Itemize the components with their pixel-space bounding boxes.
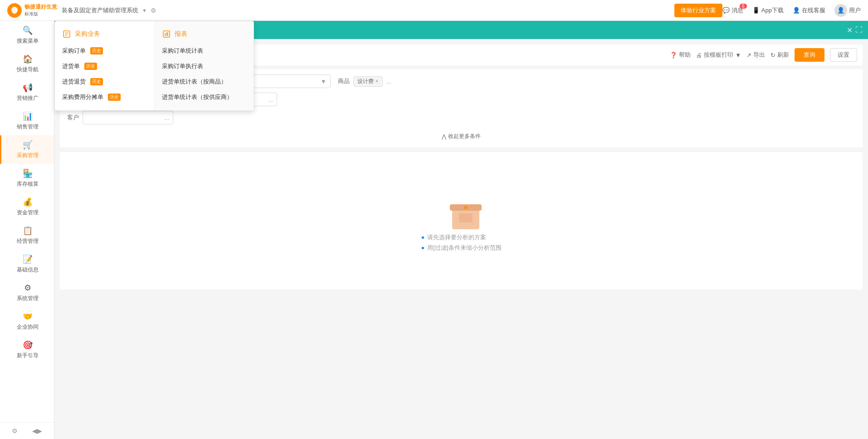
- user-btn[interactable]: 👤 用户: [834, 4, 861, 17]
- guide-icon: 🎯: [23, 340, 33, 350]
- phone-icon: 📱: [752, 7, 760, 14]
- inventory-icon: 🏪: [23, 168, 33, 178]
- sidebar-item-basicinfo[interactable]: 📝 基础信息: [0, 250, 54, 278]
- sidebar-item-purchase[interactable]: 🛒 采购管理: [0, 135, 54, 164]
- dropdown-purchase-col: 采购业务 采购订单 历史 进货单 历史 进货退货 历史 采购费用分摊单 历史: [55, 21, 154, 110]
- sidebar-item-operations[interactable]: 📋 经营管理: [0, 221, 54, 250]
- refresh-icon: ↻: [770, 52, 775, 59]
- sidebar-item-system[interactable]: ⚙ 系统管理: [0, 278, 54, 307]
- enterprise-icon: 🤝: [23, 311, 33, 321]
- customer-label: 客户: [67, 113, 79, 122]
- print-icon: 🖨: [696, 52, 702, 59]
- query-btn[interactable]: 查询: [795, 48, 824, 62]
- collapse-icon: ⋀: [442, 133, 446, 140]
- sidebar-item-finance[interactable]: 💰 资金管理: [0, 192, 54, 221]
- sidebar-item-search[interactable]: 🔍 搜索菜单: [0, 21, 54, 49]
- history-badge-1: 历史: [90, 47, 103, 54]
- dropdown-purchase-order[interactable]: 采购订单 历史: [55, 43, 154, 59]
- headset-icon: 👤: [793, 7, 800, 14]
- goods-tag-close[interactable]: ×: [375, 78, 379, 84]
- purchase-header-icon: [62, 30, 71, 39]
- dropdown-report-order-exec[interactable]: 采购订单执行表: [155, 59, 254, 74]
- customer-dropdown-icon: ...: [164, 114, 169, 121]
- bell-icon: 💬: [722, 7, 730, 14]
- export-icon: ↗: [746, 52, 751, 59]
- avatar: 👤: [834, 4, 847, 17]
- goods-filter-group: 商品 设计费 × ...: [338, 76, 391, 87]
- goods-tag: 设计费 ×: [353, 76, 383, 87]
- tab-actions: ✕ ⛶: [841, 21, 868, 39]
- collapse-btn[interactable]: ⋀ 收起更多条件: [67, 129, 855, 142]
- help-icon: ❓: [670, 52, 677, 59]
- operations-icon: 📋: [23, 226, 33, 236]
- marketing-icon: 📢: [23, 83, 33, 93]
- goods-more-btn[interactable]: ...: [386, 78, 391, 85]
- dropdown-report-order-stats[interactable]: 采购订单统计表: [155, 43, 254, 59]
- header-right: 💬 消息 6 📱 App下载 👤 在线客服 👤 用户: [722, 4, 861, 17]
- sidebar-settings-btn[interactable]: ⚙: [12, 427, 18, 434]
- print-btn[interactable]: 🖨 按模板打印 ▼: [696, 51, 741, 59]
- logo-icon: [7, 3, 22, 18]
- help-btn[interactable]: ❓ 帮助: [670, 51, 691, 59]
- system-settings-icon[interactable]: ⚙: [151, 7, 156, 14]
- dropdown-report-incoming-goods[interactable]: 进货单统计表（按商品）: [155, 74, 254, 89]
- online-service-btn[interactable]: 👤 在线客服: [793, 6, 825, 15]
- sidebar-footer: ⚙ ◀▶: [0, 422, 54, 439]
- print-dropdown-icon: ▼: [735, 52, 741, 59]
- customer-filter-group: 客户 ...: [67, 111, 173, 124]
- sidebar-item-inventory[interactable]: 🏪 库存核算: [0, 164, 54, 192]
- app-download-btn[interactable]: 📱 App下载: [752, 6, 784, 15]
- top-header: 畅捷通好生意 标准版 装备及固定资产辅助管理系统 ▼ ⚙ 体验行业方案 💬 消息…: [0, 0, 868, 21]
- export-btn[interactable]: ↗ 导出: [746, 51, 765, 59]
- settings-config-btn[interactable]: 设置: [830, 48, 857, 62]
- basicinfo-icon: 📝: [23, 254, 33, 264]
- finance-icon: 💰: [23, 197, 33, 207]
- sales-icon: 📊: [23, 111, 33, 121]
- empty-state: ●请先选择要分析的方案 ●用[过滤]条件来缩小分析范围: [60, 152, 863, 290]
- purchase-dropdown-menu: 采购业务 采购订单 历史 进货单 历史 进货退货 历史 采购费用分摊单 历史 报…: [54, 21, 254, 111]
- dropdown-purchase-incoming[interactable]: 进货单 历史: [55, 59, 154, 74]
- history-badge-2: 历史: [84, 63, 97, 70]
- system-icon: ⚙: [24, 283, 31, 293]
- dropdown-report-header: 报表: [155, 27, 254, 43]
- notifications-badge: 6: [740, 4, 747, 9]
- system-title-text: 装备及固定资产辅助管理系统: [62, 6, 138, 15]
- sidebar: 🔍 搜索菜单 🏠 快捷导航 📢 营销推广 📊 销售管理 🛒 采购管理 🏪 库存核…: [0, 21, 54, 439]
- industry-btn[interactable]: 体验行业方案: [674, 4, 722, 17]
- dropdown-purchase-header: 采购业务: [55, 27, 154, 43]
- dropdown-purchase-expense[interactable]: 采购费用分摊单 历史: [55, 89, 154, 105]
- tab-action-maximize[interactable]: ⛶: [855, 26, 863, 34]
- logo-text: 畅捷通好生意 标准版: [24, 4, 57, 17]
- sidebar-item-sales[interactable]: 📊 销售管理: [0, 107, 54, 135]
- history-badge-3: 历史: [90, 78, 103, 85]
- filter-row-3: 客户 ...: [67, 111, 855, 124]
- sidebar-collapse-btn[interactable]: ◀▶: [32, 427, 42, 434]
- empty-text: ●请先选择要分析的方案 ●用[过滤]条件来缩小分析范围: [421, 232, 501, 253]
- system-dropdown-arrow[interactable]: ▼: [142, 8, 147, 13]
- svg-point-2: [464, 206, 468, 209]
- notifications-btn[interactable]: 💬 消息 6: [722, 6, 743, 15]
- dropdown-purchase-return[interactable]: 进货退货 历史: [55, 74, 154, 89]
- empty-illustration: [443, 188, 479, 225]
- svg-rect-3: [459, 213, 473, 222]
- report-header-icon: [162, 30, 171, 39]
- salesman-dropdown-icon: ...: [268, 96, 273, 103]
- sidebar-item-quicknav[interactable]: 🏠 快捷导航: [0, 49, 54, 78]
- sidebar-item-marketing[interactable]: 📢 营销推广: [0, 78, 54, 107]
- sidebar-item-guide[interactable]: 🎯 新手引导: [0, 335, 54, 364]
- tab-action-close[interactable]: ✕: [847, 26, 853, 35]
- goods-label: 商品: [338, 77, 350, 85]
- refresh-btn[interactable]: ↻ 刷新: [770, 51, 789, 59]
- system-title-area: 装备及固定资产辅助管理系统 ▼ ⚙: [62, 6, 674, 15]
- purchase-icon: 🛒: [23, 140, 33, 150]
- dropdown-report-col: 报表 采购订单统计表 采购订单执行表 进货单统计表（按商品） 进货单统计表（按供…: [154, 21, 254, 110]
- history-badge-4: 历史: [108, 94, 121, 101]
- status-select[interactable]: ▼: [249, 74, 331, 88]
- search-icon: 🔍: [23, 25, 33, 35]
- customer-select[interactable]: ...: [83, 111, 173, 124]
- logo-area: 畅捷通好生意 标准版: [7, 3, 62, 18]
- status-dropdown-icon: ▼: [321, 78, 327, 85]
- dropdown-report-incoming-supplier[interactable]: 进货单统计表（按供应商）: [155, 89, 254, 105]
- sidebar-item-enterprise[interactable]: 🤝 企业协同: [0, 307, 54, 335]
- home-icon: 🏠: [23, 54, 33, 64]
